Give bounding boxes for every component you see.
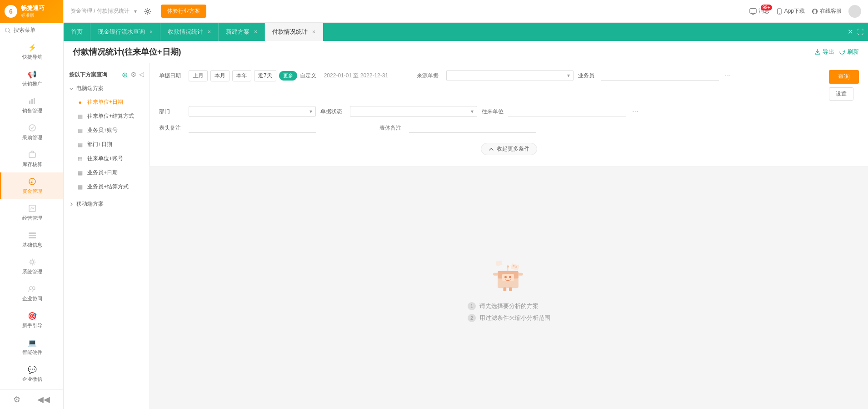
sidebar-label-wechat: 企业微信	[22, 376, 42, 383]
search-menu-label: 搜索菜单	[14, 26, 35, 34]
settings-footer-icon[interactable]: ⚙	[13, 394, 20, 404]
tab-payment[interactable]: 付款情况统计 ×	[265, 23, 323, 41]
mobile-section-toggle[interactable]: 移动端方案	[64, 197, 150, 211]
svg-rect-30	[493, 273, 499, 275]
sidebar-header: 6 畅捷通巧 标准版	[0, 0, 63, 23]
sidebar-item-quick[interactable]: ⚡ 快捷导航	[0, 38, 63, 65]
svg-point-27	[509, 276, 511, 278]
svg-rect-17	[750, 9, 756, 13]
chevron-right-icon	[69, 202, 74, 207]
nav-item-unit-account[interactable]: ▤ 往来单位+账号	[64, 151, 150, 166]
note-body-input[interactable]	[409, 122, 536, 133]
trial-btn[interactable]: 体验行业方案	[161, 5, 206, 18]
doc-status-select[interactable]	[350, 106, 477, 117]
sidebar-item-basic[interactable]: 基础信息	[0, 226, 63, 253]
query-btn[interactable]: 查询	[829, 70, 859, 84]
sidebar-item-guide[interactable]: 🎯 新手引导	[0, 307, 63, 333]
export-btn[interactable]: 导出	[814, 48, 834, 56]
tab-home[interactable]: 首页	[64, 23, 90, 41]
sidebar-item-marketing[interactable]: 📢 营销推广	[0, 65, 63, 92]
refresh-btn[interactable]: 刷新	[839, 48, 859, 56]
last-7-btn[interactable]: 近7天	[254, 70, 276, 81]
this-year-btn[interactable]: 本年	[232, 70, 251, 81]
sidebar-label-guide: 新手引导	[22, 322, 42, 329]
tab-cash[interactable]: 现金银行流水查询 ×	[90, 23, 160, 41]
mobile-section-label: 移动端方案	[76, 200, 104, 208]
sidebar-item-inventory[interactable]: 库存核算	[0, 146, 63, 172]
tab-new[interactable]: 新建方案 ×	[219, 23, 265, 41]
desktop-section-toggle[interactable]: 电脑端方案	[64, 82, 150, 95]
scheme-settings-icon[interactable]: ⚙	[130, 71, 136, 79]
empty-tips: 1 请先选择要分析的方案 2 用过滤条件来缩小分析范围	[468, 302, 550, 322]
sidebar-item-system[interactable]: 系统管理	[0, 253, 63, 280]
dept-select[interactable]	[189, 106, 316, 117]
svg-rect-6	[29, 153, 35, 157]
tab-payment-close[interactable]: ×	[312, 29, 315, 35]
svg-point-13	[31, 261, 34, 263]
sidebar-item-hardware[interactable]: 💻 智能硬件	[0, 333, 63, 360]
settings-btn[interactable]: 设置	[829, 87, 853, 101]
online-service-btn[interactable]: 在线客服	[812, 7, 842, 15]
dropdown-arrow-icon[interactable]: ▾	[134, 8, 137, 15]
add-scheme-icon[interactable]: ⊕	[122, 71, 128, 79]
sidebar-label-sales: 销售管理	[22, 107, 42, 114]
last-month-btn[interactable]: 上月	[189, 70, 208, 81]
system-icon	[28, 258, 37, 267]
tab-new-close[interactable]: ×	[254, 29, 257, 35]
staff-dots-icon[interactable]: ···	[723, 71, 733, 80]
close-all-tabs-icon[interactable]: ✕	[848, 28, 853, 36]
staff-input[interactable]	[601, 70, 719, 81]
collapse-btn[interactable]: 收起更多条件	[481, 143, 537, 155]
right-panel: 单据日期 上月 本月 本年 近7天 更多 自定义 2022-01-01 至 20…	[150, 63, 868, 409]
tip-num-2: 2	[468, 314, 476, 322]
nav-item-unit-date[interactable]: ● 往来单位+日期	[64, 95, 150, 109]
user-avatar[interactable]	[848, 5, 861, 18]
messages-btn[interactable]: 消息 99+	[749, 7, 769, 15]
sidebar-item-business[interactable]: 经营管理	[0, 199, 63, 226]
sidebar-label-business: 经营管理	[22, 215, 42, 222]
tab-receipt-close[interactable]: ×	[208, 29, 211, 35]
svg-rect-4	[34, 98, 35, 104]
message-icon	[749, 8, 757, 15]
tip-num-1: 1	[468, 302, 476, 310]
nav-item-staff-date[interactable]: ▦ 业务员+日期	[64, 166, 150, 180]
unit-filter-content: ···	[508, 106, 859, 116]
svg-rect-10	[29, 232, 36, 234]
svg-rect-22	[816, 11, 817, 13]
nav-item-staff-account[interactable]: ▦ 业务员+账号	[64, 123, 150, 137]
sidebar-item-wechat[interactable]: 💬 企业微信	[0, 360, 63, 387]
collapse-left-icon[interactable]: ◁	[139, 71, 144, 79]
sidebar-item-purchase[interactable]: 采购管理	[0, 119, 63, 146]
svg-point-19	[779, 13, 780, 14]
inventory-icon	[28, 150, 37, 159]
nav-item-unit-settle[interactable]: ▦ 往来单位+结算方式	[64, 109, 150, 123]
empty-state: 1 请先选择要分析的方案 2 用过滤条件来缩小分析范围	[150, 167, 868, 409]
topbar-right: 消息 99+ App下载 在线客服	[749, 5, 861, 18]
custom-date-btn[interactable]: 自定义	[300, 72, 316, 80]
nav-item-staff-settle[interactable]: ▦ 业务员+结算方式	[64, 180, 150, 194]
svg-point-37	[507, 265, 509, 268]
topbar-gear-btn[interactable]	[141, 5, 154, 18]
more-date-btn[interactable]: 更多	[279, 71, 297, 81]
export-icon	[814, 49, 821, 55]
source-select[interactable]	[446, 70, 574, 81]
sidebar-item-enterprise[interactable]: 企业协同	[0, 280, 63, 307]
tip-text-2: 用过滤条件来缩小分析范围	[479, 314, 550, 322]
tab-receipt[interactable]: 收款情况统计 ×	[160, 23, 219, 41]
nav-item-dept-date[interactable]: ▦ 部门+日期	[64, 137, 150, 151]
expand-tabs-icon[interactable]: ⛶	[857, 28, 863, 35]
source-select-wrapper	[446, 70, 574, 81]
filter-row-2: 部门 单据状态 往来单位 ···	[159, 106, 859, 117]
collapse-sidebar-icon[interactable]: ◀◀	[37, 394, 50, 404]
app-download-btn[interactable]: App下载	[776, 7, 805, 15]
svg-rect-29	[509, 287, 512, 291]
note-header-input[interactable]	[189, 122, 316, 133]
this-month-btn[interactable]: 本月	[210, 70, 229, 81]
sidebar-item-sales[interactable]: 销售管理	[0, 92, 63, 119]
unit-input[interactable]	[508, 106, 626, 116]
search-menu[interactable]: 搜索菜单	[0, 23, 63, 38]
tab-cash-close[interactable]: ×	[150, 29, 153, 35]
unit-dots-icon[interactable]: ···	[630, 107, 640, 116]
sidebar-item-funds[interactable]: ¥ 资金管理	[0, 172, 63, 199]
staff-label: 业务员	[578, 70, 596, 80]
